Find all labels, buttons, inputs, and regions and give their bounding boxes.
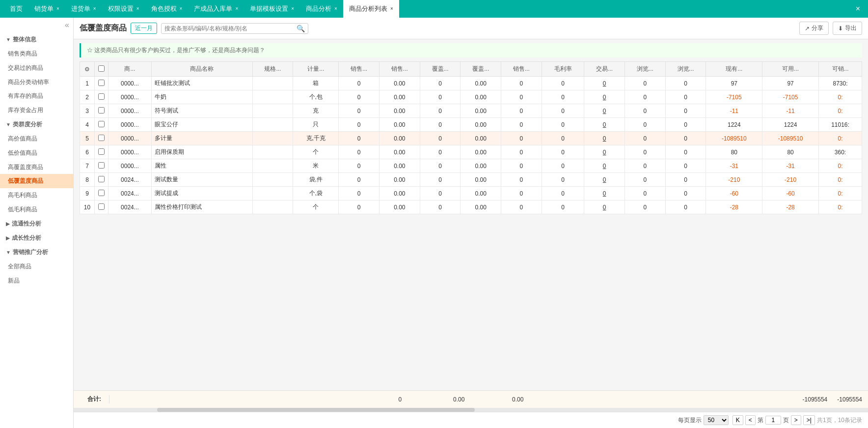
- column-gross-rate[interactable]: 毛利率: [542, 62, 584, 77]
- column-current-stock[interactable]: 现有...: [706, 62, 762, 77]
- close-icon[interactable]: ×: [235, 0, 238, 18]
- cell-checkbox[interactable]: [95, 159, 108, 173]
- row-checkbox[interactable]: [98, 135, 105, 141]
- sidebar-item-low-value[interactable]: 低价值商品: [0, 146, 73, 160]
- column-browse2[interactable]: 浏览...: [665, 62, 706, 77]
- period-button[interactable]: 近一月: [131, 23, 157, 34]
- current-page-input[interactable]: [765, 416, 781, 425]
- column-coverage2[interactable]: 覆盖...: [461, 62, 501, 77]
- column-trade[interactable]: 交易...: [584, 62, 625, 77]
- prev-page-button[interactable]: <: [745, 415, 756, 425]
- cell-trade: 0: [584, 104, 625, 118]
- share-button[interactable]: ↗ 分享: [799, 22, 829, 35]
- close-icon[interactable]: ×: [291, 0, 294, 18]
- cell-checkbox[interactable]: [95, 187, 108, 200]
- column-sales-amt[interactable]: 销售...: [379, 62, 420, 77]
- sidebar-item-low-coverage[interactable]: 低覆盖度商品: [0, 174, 73, 188]
- sidebar-section-circulation[interactable]: ▶ 流通性分析: [0, 217, 73, 231]
- cell-browse1: 0: [625, 187, 666, 200]
- sidebar-item-stocked-goods[interactable]: 有库存的商品: [0, 89, 73, 103]
- nav-product-analysis[interactable]: 商品分析 ×: [300, 0, 343, 18]
- sidebar-item-all-goods[interactable]: 全部商品: [0, 259, 73, 274]
- cell-checkbox[interactable]: [95, 90, 108, 104]
- content-header: 低覆盖度商品 近一月 🔍 ↗ 分享 ⬇ 导出: [74, 18, 868, 39]
- close-icon[interactable]: ×: [180, 0, 183, 18]
- nav-template-settings[interactable]: 单据模板设置 ×: [244, 0, 300, 18]
- page-label: 第: [758, 416, 763, 425]
- cell-cov1: 0: [420, 118, 461, 132]
- column-name[interactable]: 商品名称: [151, 62, 252, 77]
- row-checkbox[interactable]: [98, 162, 105, 169]
- close-icon[interactable]: ×: [136, 0, 139, 18]
- close-icon[interactable]: ×: [334, 0, 337, 18]
- cell-no: 3: [80, 104, 95, 118]
- nav-permission-settings[interactable]: 权限设置 ×: [102, 0, 145, 18]
- row-checkbox[interactable]: [98, 190, 105, 196]
- row-checkbox[interactable]: [98, 176, 105, 182]
- nav-home[interactable]: 首页: [4, 0, 28, 18]
- column-sales-qty[interactable]: 销售...: [339, 62, 380, 77]
- per-page-select[interactable]: 50 20 100 200: [704, 415, 729, 425]
- column-unit[interactable]: 计量...: [293, 62, 339, 77]
- table-row: 6 0000... 启用保质期 个 0 0.00 0 0.00 0 0 0 0 …: [80, 145, 862, 159]
- sidebar-collapse-button[interactable]: «: [0, 18, 73, 32]
- column-saleable[interactable]: 可销...: [819, 62, 862, 77]
- column-spec[interactable]: 规格...: [252, 62, 293, 77]
- nav-role-auth[interactable]: 角色授权 ×: [145, 0, 189, 18]
- column-available[interactable]: 可用...: [762, 62, 819, 77]
- row-checkbox[interactable]: [98, 121, 105, 127]
- cell-cov1: 0: [420, 132, 461, 145]
- nav-sales-order[interactable]: 销货单 ×: [28, 0, 65, 18]
- nav-purchase-order[interactable]: 进货单 ×: [65, 0, 102, 18]
- cell-checkbox[interactable]: [95, 77, 108, 90]
- cell-checkbox[interactable]: [95, 118, 108, 132]
- sidebar-item-traded-goods[interactable]: 交易过的商品: [0, 61, 73, 75]
- sidebar-section-cluster-analysis[interactable]: ▼ 类群度分析: [0, 117, 73, 132]
- sidebar-item-sales-goods[interactable]: 销售类商品: [0, 47, 73, 61]
- sidebar-item-new-goods[interactable]: 新品: [0, 274, 73, 288]
- cell-gross-rate: 0: [542, 118, 584, 132]
- cell-code: 0000...: [108, 159, 152, 173]
- window-close-button[interactable]: ×: [852, 0, 864, 18]
- select-all-checkbox[interactable]: [98, 65, 105, 72]
- row-checkbox[interactable]: [98, 93, 105, 100]
- column-browse1[interactable]: 浏览...: [625, 62, 666, 77]
- cell-checkbox[interactable]: [95, 200, 108, 214]
- cell-checkbox[interactable]: [95, 104, 108, 118]
- sidebar-item-high-coverage[interactable]: 高覆盖度商品: [0, 160, 73, 174]
- sidebar-item-high-value[interactable]: 高价值商品: [0, 132, 73, 146]
- nav-product-inbound[interactable]: 产成品入库单 ×: [188, 0, 244, 18]
- cell-cov2: 0.00: [461, 77, 501, 90]
- cell-checkbox[interactable]: [95, 132, 108, 145]
- row-checkbox[interactable]: [98, 148, 105, 155]
- row-checkbox[interactable]: [98, 203, 105, 210]
- next-page-button[interactable]: >: [791, 415, 801, 425]
- sidebar-section-growth[interactable]: ▶ 成长性分析: [0, 231, 73, 245]
- cell-checkbox[interactable]: [95, 173, 108, 187]
- first-page-button[interactable]: K: [732, 415, 743, 425]
- sidebar-item-high-margin[interactable]: 高毛利商品: [0, 188, 73, 202]
- last-page-button[interactable]: >|: [803, 415, 815, 425]
- nav-product-analysis-list[interactable]: 商品分析列表 ×: [343, 0, 399, 18]
- close-icon[interactable]: ×: [390, 0, 393, 18]
- table-container[interactable]: ⚙ 商... 商品名称 规格... 计量... 销售... 销售... 覆盖..…: [74, 61, 868, 390]
- sidebar-section-marketing[interactable]: ▼ 营销推广分析: [0, 245, 73, 259]
- row-checkbox[interactable]: [98, 80, 105, 86]
- export-button[interactable]: ⬇ 导出: [833, 22, 862, 35]
- sidebar-item-stock-capital[interactable]: 库存资金占用: [0, 103, 73, 117]
- column-sales-rate[interactable]: 销售...: [501, 62, 542, 77]
- column-checkbox[interactable]: [95, 62, 108, 77]
- close-icon[interactable]: ×: [56, 0, 59, 18]
- sidebar-item-category-sales-rate[interactable]: 商品分类动销率: [0, 75, 73, 89]
- column-coverage1[interactable]: 覆盖...: [420, 62, 461, 77]
- cell-code: 0024...: [108, 173, 152, 187]
- sidebar-item-low-margin[interactable]: 低毛利商品: [0, 202, 73, 217]
- column-code[interactable]: 商...: [108, 62, 152, 77]
- cell-cov2: 0.00: [461, 90, 501, 104]
- sidebar-section-whole-info[interactable]: ▼ 整体信息: [0, 32, 73, 47]
- cell-checkbox[interactable]: [95, 145, 108, 159]
- search-input[interactable]: [164, 25, 295, 32]
- column-settings[interactable]: ⚙: [80, 62, 95, 77]
- row-checkbox[interactable]: [98, 107, 105, 114]
- close-icon[interactable]: ×: [93, 0, 96, 18]
